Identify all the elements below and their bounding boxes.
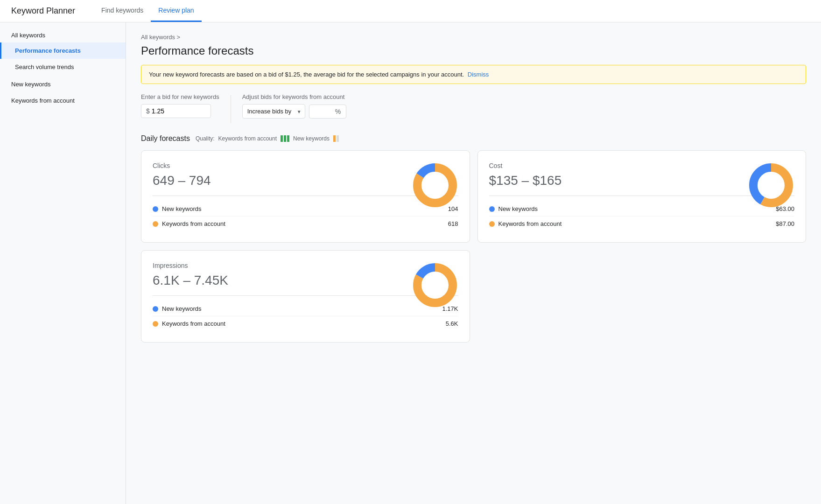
impressions-donut [412,262,458,308]
cost-chart [748,162,794,210]
clicks-account-label: Keywords from account [162,220,225,227]
main-content: All keywords > Performance forecasts You… [126,22,821,504]
legend-bars-new [333,135,339,142]
sidebar-item-performance-forecasts[interactable]: Performance forecasts [0,42,126,59]
sidebar: All keywords Performance forecasts Searc… [0,22,126,504]
bid-input[interactable] [152,107,189,115]
clicks-legend-account: Keywords from account 618 [153,217,458,231]
clicks-dot-new [153,206,158,212]
adjust-bids-label: Adjust bids for keywords from account [242,93,346,100]
tab-find-keywords[interactable]: Find keywords [94,0,151,22]
impressions-account-value: 5.6K [446,320,458,327]
cost-dot-new [489,206,495,212]
new-keywords-bid-group: Enter a bid for new keywords $ [141,93,219,118]
svg-point-8 [422,272,448,298]
adjust-bids-group: Adjust bids for keywords from account In… [242,93,346,119]
cost-legend-account: Keywords from account $87.00 [489,217,795,231]
dismiss-link[interactable]: Dismiss [468,71,489,78]
alert-text: Your new keyword forecasts are based on … [149,71,489,78]
clicks-card: Clicks 649 – 794 New keyw [141,150,470,243]
percent-input[interactable] [314,108,335,115]
legend-from-account-label: Keywords from account [218,135,277,142]
sidebar-section-new-keywords[interactable]: New keywords [0,75,126,91]
impressions-legend-account: Keywords from account 5.6K [153,316,458,331]
increase-select-wrapper: Increase bids by ▼ [242,104,305,119]
sidebar-section-keywords-from-account[interactable]: Keywords from account [0,91,126,108]
new-keywords-bid-label: Enter a bid for new keywords [141,93,219,100]
cost-donut [748,162,794,209]
legend-bars-account [281,135,289,142]
cost-dot-account [489,221,495,227]
legend-bar-2 [284,135,286,142]
svg-point-5 [758,172,784,198]
breadcrumb-separator: > [177,34,181,41]
svg-point-2 [422,172,448,198]
increase-select[interactable]: Increase bids by [242,104,305,119]
layout: All keywords Performance forecasts Searc… [0,22,821,504]
impressions-dot-account [153,321,158,327]
divider [231,95,231,123]
nav-tabs: Find keywords Review plan [94,0,202,22]
quality-label: Quality: [196,135,215,142]
clicks-account-value: 618 [448,220,458,227]
impressions-new-label: New keywords [162,305,202,312]
currency-prefix: $ [146,107,150,115]
clicks-new-label: New keywords [162,205,202,212]
daily-forecasts-title: Daily forecasts Quality: Keywords from a… [141,134,806,143]
cards-row-2: Impressions 6.1K – 7.45K [141,250,806,343]
breadcrumb-parent[interactable]: All keywords [141,34,175,41]
impressions-dot-new [153,306,158,312]
percent-input-wrapper: % [309,105,346,119]
percent-suffix: % [335,108,341,115]
legend-new-label: New keywords [293,135,330,142]
impressions-card: Impressions 6.1K – 7.45K [141,250,470,343]
cost-account-value: $87.00 [776,220,794,227]
legend-bar-5 [337,135,339,142]
breadcrumb: All keywords > [141,34,806,41]
quality-legend: Quality: Keywords from account New keywo… [196,135,339,142]
sidebar-item-search-volume-trends[interactable]: Search volume trends [0,59,126,75]
top-nav: Keyword Planner Find keywords Review pla… [0,0,821,22]
clicks-chart [412,162,458,210]
cards-row-1: Clicks 649 – 794 New keyw [141,150,806,243]
app-title: Keyword Planner [11,6,75,16]
alert-banner: Your new keyword forecasts are based on … [141,65,806,84]
cost-card: Cost $135 – $165 New keyw [477,150,807,243]
clicks-dot-account [153,221,158,227]
cost-new-label: New keywords [498,205,538,212]
cost-account-label: Keywords from account [498,220,562,227]
impressions-account-label: Keywords from account [162,320,225,327]
sidebar-section-all-keywords[interactable]: All keywords [0,26,126,42]
clicks-donut [412,162,458,209]
legend-bar-1 [281,135,283,142]
impressions-chart [412,262,458,310]
legend-bar-4 [333,135,336,142]
legend-bar-3 [287,135,289,142]
adjust-row: Increase bids by ▼ % [242,104,346,119]
bid-input-wrapper: $ [141,104,211,118]
tab-review-plan[interactable]: Review plan [151,0,201,22]
bid-controls: Enter a bid for new keywords $ Adjust bi… [141,93,806,123]
page-title: Performance forecasts [141,44,806,57]
